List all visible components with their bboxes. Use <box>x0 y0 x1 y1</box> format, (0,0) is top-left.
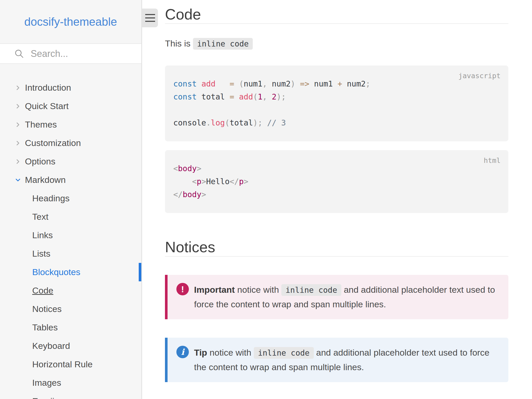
exclamation-icon: ! <box>176 283 189 295</box>
sidebar-item-label: Keyboard <box>32 341 70 351</box>
paragraph-text: This is <box>165 38 193 48</box>
sidebar-item-tables[interactable]: Tables <box>0 318 141 337</box>
chevron-down-icon <box>14 176 22 184</box>
section-divider <box>165 256 508 257</box>
chevron-right-icon <box>14 121 22 128</box>
inline-code-paragraph: This is inline code <box>165 35 508 52</box>
code-line: <p>Hello</p> <box>173 175 498 188</box>
sidebar-item-label: Introduction <box>25 83 71 93</box>
site-title-link[interactable]: docsify-themeable <box>24 15 117 28</box>
sidebar-item-notices[interactable]: Notices <box>0 300 141 318</box>
notice-text: Tip notice with inline code and addition… <box>194 345 503 374</box>
sidebar-item-label: Markdown <box>25 175 66 185</box>
markdown-section: Code This is inline code javascriptconst… <box>165 5 508 382</box>
sidebar-item-themes[interactable]: Themes <box>0 115 141 134</box>
code-line: <body> <box>173 162 498 175</box>
code-block-html: html<body> <p>Hello</p></body> <box>165 150 508 213</box>
code-blocks: javascriptconst add = (num1, num2) => nu… <box>165 65 508 213</box>
code-line: const total = add(1, 2); <box>173 90 498 103</box>
sidebar-item-label: Code <box>32 285 53 296</box>
sidebar-item-introduction[interactable]: Introduction <box>0 78 141 97</box>
search-input[interactable] <box>30 48 134 59</box>
important-notice: !Important notice with inline code and a… <box>165 275 508 319</box>
chevron-right-icon <box>14 139 22 147</box>
sidebar-item-headings[interactable]: Headings <box>0 189 141 208</box>
notice-title: Important <box>194 285 235 295</box>
inline-code-chip: inline code <box>254 347 314 359</box>
sidebar-item-options[interactable]: Options <box>0 152 141 171</box>
sidebar-item-emoji[interactable]: Emoji <box>0 392 141 399</box>
sidebar-item-label: Options <box>25 156 55 167</box>
notice-title: Tip <box>194 348 207 357</box>
sidebar-item-code[interactable]: Code <box>0 281 141 300</box>
sidebar-item-label: Text <box>32 212 48 222</box>
search-icon <box>14 49 24 59</box>
sidebar-item-label: Quick Start <box>25 101 69 111</box>
notices: !Important notice with inline code and a… <box>165 275 508 382</box>
sidebar-item-label: Lists <box>32 249 50 259</box>
sidebar-item-text[interactable]: Text <box>0 208 141 226</box>
sidebar-toggle-button[interactable] <box>142 9 158 27</box>
sidebar-item-label: Images <box>32 378 61 388</box>
sidebar-item-blockquotes[interactable]: Blockquotes <box>0 263 141 281</box>
chevron-right-icon <box>14 158 22 165</box>
sidebar-item-keyboard[interactable]: Keyboard <box>0 337 141 355</box>
sidebar-item-quick-start[interactable]: Quick Start <box>0 97 141 115</box>
sidebar-item-customization[interactable]: Customization <box>0 134 141 152</box>
sidebar-item-markdown[interactable]: Markdown <box>0 171 141 189</box>
chevron-right-icon <box>14 103 22 110</box>
sidebar-item-label: Emoji <box>32 396 54 399</box>
sidebar-item-images[interactable]: Images <box>0 374 141 392</box>
sidebar: docsify-themeable IntroductionQuick Star… <box>0 0 142 399</box>
code-line: </body> <box>173 188 498 201</box>
code-line: console.log(total); // 3 <box>173 116 498 129</box>
sidebar-item-label: Links <box>32 230 53 240</box>
active-page-indicator <box>139 263 141 281</box>
section-divider <box>165 23 508 24</box>
main-content: Code This is inline code javascriptconst… <box>142 0 532 399</box>
search-bar <box>0 43 141 64</box>
sidebar-item-label: Customization <box>25 138 81 148</box>
tip-notice: iTip notice with inline code and additio… <box>165 338 508 382</box>
heading-code: Code <box>165 5 508 23</box>
sidebar-item-links[interactable]: Links <box>0 226 141 244</box>
code-line: const add = (num1, num2) => num1 + num2; <box>173 77 498 90</box>
inline-code-chip: inline code <box>193 38 253 50</box>
heading-notices: Notices <box>165 238 508 256</box>
code-line <box>173 103 498 116</box>
info-icon: i <box>176 346 189 358</box>
code-language-label: javascript <box>458 72 501 80</box>
sidebar-item-label: Tables <box>32 322 58 332</box>
sidebar-item-label: Blockquotes <box>32 267 80 277</box>
sidebar-header: docsify-themeable <box>0 0 141 43</box>
code-language-label: html <box>484 156 501 164</box>
sidebar-item-label: Notices <box>32 304 62 314</box>
sidebar-item-horizontal-rule[interactable]: Horizontal Rule <box>0 355 141 374</box>
notice-text: Important notice with inline code and ad… <box>194 283 503 311</box>
sidebar-item-lists[interactable]: Lists <box>0 244 141 263</box>
sidebar-item-label: Headings <box>32 193 70 203</box>
chevron-right-icon <box>14 84 22 91</box>
code-block-javascript: javascriptconst add = (num1, num2) => nu… <box>165 65 508 141</box>
hamburger-icon <box>145 14 155 15</box>
app: docsify-themeable IntroductionQuick Star… <box>0 0 532 399</box>
sidebar-item-label: Horizontal Rule <box>32 359 92 369</box>
sidebar-item-label: Themes <box>25 119 57 130</box>
inline-code-chip: inline code <box>281 284 341 296</box>
sidebar-nav: IntroductionQuick StartThemesCustomizati… <box>0 64 141 399</box>
